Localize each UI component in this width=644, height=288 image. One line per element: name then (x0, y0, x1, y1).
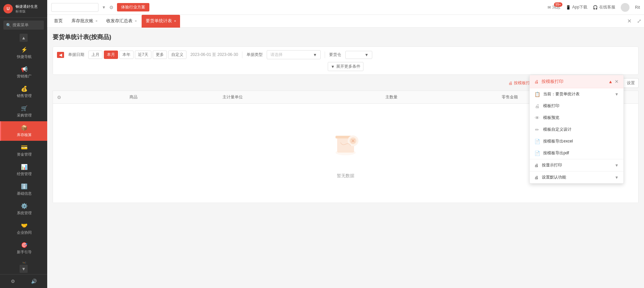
default-func-label: 设置默认功能 (542, 174, 566, 180)
sidebar-bottom: ⚙ 🔊 (0, 274, 47, 288)
date-filter-btn-自定义[interactable]: 自定义 (168, 51, 186, 59)
scroll-up-button[interactable]: ▲ (20, 34, 28, 42)
topbar-right: ✉ 消息 99+ 📱 App下载 🎧 在线客服 Rit (548, 3, 640, 12)
dropdown-item-template-preview[interactable]: 👁模板预览 (530, 112, 623, 124)
topbar-gear-icon[interactable]: ⚙ (109, 5, 114, 10)
date-filter-label: 单据日期 (68, 52, 84, 58)
date-filter-btn-本年[interactable]: 本年 (119, 51, 134, 59)
current-template-label: 当前：要货单统计表 (543, 91, 580, 97)
sound-bottom-button[interactable]: 🔊 (30, 277, 38, 285)
tab-close-order-stats[interactable]: × (174, 19, 176, 23)
tab-close-inventory-batch[interactable]: × (95, 19, 97, 23)
messages-button[interactable]: ✉ 消息 99+ (548, 4, 560, 10)
current-template-icon: 📋 (534, 92, 540, 97)
empty-icon (329, 127, 362, 167)
sidebar-item-operation[interactable]: 📊经营管理 (0, 160, 47, 180)
print-dropdown-header: 🖨 按模板打印 ▲ ✕ (530, 75, 623, 88)
display-print-chevron-icon: ▼ (615, 163, 619, 168)
sales-icon: 💰 (21, 86, 28, 92)
template-pdf-label: 按模板导出pdf (543, 150, 569, 156)
tab-label-income-summary: 收发存汇总表 (106, 18, 133, 24)
template-print-label: 模板打印 (543, 103, 559, 109)
sidebar-item-quick-nav[interactable]: ⚡快捷导航 (0, 43, 47, 63)
col-unit: 主计量单位 (218, 91, 381, 104)
sidebar-item-label-operation: 经营管理 (17, 171, 32, 177)
print-dropdown-close-button[interactable]: ✕ (615, 79, 619, 84)
tab-inventory-batch[interactable]: 库存批次账× (67, 15, 101, 28)
expand-icon: ▼ (331, 64, 335, 69)
tab-order-stats[interactable]: 要货单统计表× (142, 15, 180, 28)
sidebar-item-sales[interactable]: 💰销售管理 (0, 82, 47, 102)
type-filter-label: 单据类型 (246, 52, 263, 58)
type-select-placeholder: 请选择 (270, 52, 311, 58)
sidebar-logo: U 畅捷通好生意 标准版 (0, 0, 47, 18)
filter-bar: ◀ 单据日期 上月本月本年近7天更多自定义 2023-06-01 至 2023-… (53, 46, 639, 75)
app-icon: 📱 (566, 5, 571, 10)
message-icon: ✉ (548, 5, 551, 10)
sidebar-item-label-marketing: 营销推广 (17, 74, 32, 79)
sidebar-item-basic[interactable]: ℹ️基础信息 (0, 180, 47, 199)
sidebar-item-inventory[interactable]: 📦库存核算 (0, 121, 47, 141)
topbar-search-input[interactable] (51, 3, 98, 12)
date-filter-btn-近7天[interactable]: 近7天 (135, 51, 151, 59)
goods-select[interactable]: ▼ (345, 51, 372, 59)
dropdown-section-default-func[interactable]: 🖨 设置默认功能 ▼ (530, 171, 623, 183)
tab-home[interactable]: 首页 (50, 15, 67, 28)
tab-income-summary[interactable]: 收发存汇总表× (102, 15, 141, 28)
main-content: ▼ ⚙ 体验行业方案 ✉ 消息 99+ 📱 App下载 🎧 在线客服 Rit (47, 0, 644, 288)
template-excel-icon: 📄 (534, 139, 540, 144)
sidebar-item-app-center[interactable]: 📱应用中心 (0, 258, 47, 263)
page-title: 要货单统计表(按商品) (53, 33, 639, 41)
sidebar-item-marketing[interactable]: 📢营销推广 (0, 63, 47, 82)
scroll-down-button[interactable]: ▼ (20, 265, 28, 273)
dropdown-item-template-custom[interactable]: ✏模板自定义设计 (530, 124, 623, 135)
dropdown-section-display-print[interactable]: 🖨 按显示打印 ▼ (530, 159, 623, 171)
table-settings-icon[interactable]: ⚙ (57, 95, 61, 100)
display-print-icon: 🖨 (534, 163, 538, 168)
maximize-tab-button[interactable]: ⤢ (634, 17, 644, 26)
search-menu-button[interactable]: 🔍 搜索菜单 (3, 21, 44, 30)
filter-expand-row: ▼ 展开更多条件 (57, 62, 634, 71)
system-icon: ⚙️ (21, 203, 28, 209)
settings-bottom-button[interactable]: ⚙ (9, 277, 17, 285)
sidebar-item-system[interactable]: ⚙️系统管理 (0, 199, 47, 219)
page-content: 要货单统计表(按商品) ◀ 单据日期 上月本月本年近7天更多自定义 2023-0… (47, 28, 644, 288)
topbar-chevron-icon[interactable]: ▼ (102, 5, 106, 10)
tab-label-order-stats: 要货单统计表 (146, 18, 172, 24)
sidebar-item-collab[interactable]: 🤝企业协同 (0, 219, 47, 238)
collab-icon: 🤝 (21, 222, 28, 229)
close-tab-button[interactable]: ✕ (624, 17, 634, 26)
template-pdf-icon: 📄 (534, 151, 540, 156)
online-service-button[interactable]: 🎧 在线客服 (593, 4, 615, 10)
filter-row-1: ◀ 单据日期 上月本月本年近7天更多自定义 2023-06-01 至 2023-… (57, 50, 634, 59)
sidebar-item-purchase[interactable]: 🛒采购管理 (0, 102, 47, 121)
date-filter-btn-更多[interactable]: 更多 (153, 51, 167, 59)
col-settings: ⚙ (53, 91, 126, 104)
dropdown-sections-container: 🖨 按显示打印 ▼ 🖨 设置默认功能 ▼ (530, 159, 623, 183)
sidebar-item-finance[interactable]: 💳资金管理 (0, 141, 47, 160)
app-download-button[interactable]: 📱 App下载 (566, 4, 587, 10)
print-icon: 🖨 (508, 81, 513, 86)
dropdown-item-template-pdf[interactable]: 📄按模板导出pdf (530, 147, 623, 159)
dropdown-item-template-excel[interactable]: 📄按模板导出excel (530, 135, 623, 147)
sidebar-item-label-basic: 基础信息 (17, 191, 32, 196)
dropdown-item-template-print[interactable]: 🖨模板打印 (530, 100, 623, 112)
date-filter-btn-上月[interactable]: 上月 (88, 51, 103, 59)
goods-label: 要货仓 (329, 52, 341, 58)
type-select[interactable]: 请选择 ▼ (267, 50, 321, 59)
sidebar-item-label-collab: 企业协同 (17, 230, 32, 235)
sidebar-navigation: ⚡快捷导航📢营销推广💰销售管理🛒采购管理📦库存核算💳资金管理📊经营管理ℹ️基础信… (0, 43, 47, 263)
template-custom-label: 模板自定义设计 (543, 127, 572, 132)
purchase-icon: 🛒 (21, 105, 28, 111)
trial-button[interactable]: 体验行业方案 (117, 3, 149, 11)
logo-icon: U (3, 4, 13, 13)
sidebar-item-label-purchase: 采购管理 (17, 113, 32, 118)
settings-button[interactable]: 设置 (623, 78, 639, 88)
current-template-item[interactable]: 📋 当前：要货单统计表 ▼ (530, 88, 623, 100)
sidebar-item-guide[interactable]: 🎯新手引导 (0, 238, 47, 258)
filter-collapse-icon[interactable]: ◀ (57, 52, 64, 58)
sidebar-item-label-finance: 资金管理 (17, 152, 32, 157)
date-filter-btn-本月[interactable]: 本月 (104, 51, 118, 59)
tab-close-income-summary[interactable]: × (135, 19, 137, 23)
expand-filter-button[interactable]: ▼ 展开更多条件 (328, 62, 363, 71)
